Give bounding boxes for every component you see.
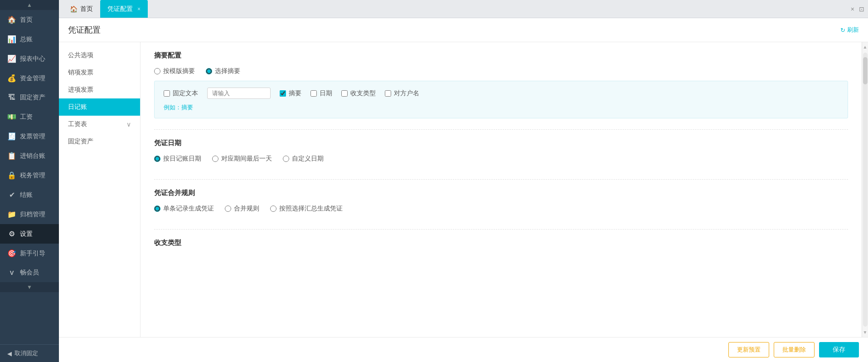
sidebar-item-member[interactable]: V 畅会员 <box>0 263 59 282</box>
merge-rules-radio[interactable]: 合并规则 <box>225 205 259 213</box>
date-checkbox[interactable]: 日期 <box>310 89 332 98</box>
voucher-date-title: 凭证日期 <box>154 139 848 147</box>
page-scrollbar[interactable]: ▲ ▼ <box>862 42 868 337</box>
member-icon: V <box>7 269 16 276</box>
closing-icon: ✔ <box>7 191 16 199</box>
counterpart-name-checkbox[interactable]: 对方户名 <box>385 89 419 98</box>
right-content: 摘要配置 按模版摘要 选择摘要 固定文本 <box>141 42 862 337</box>
custom-date-radio[interactable]: 自定义日期 <box>283 155 324 163</box>
by-selection-radio[interactable]: 按照选择汇总生成凭证 <box>270 205 343 213</box>
update-preset-button[interactable]: 更新预置 <box>728 342 769 357</box>
single-record-radio[interactable]: 单条记录生成凭证 <box>154 205 214 213</box>
income-type-checkbox[interactable]: 收支类型 <box>341 89 376 98</box>
main-area: 🏠 首页 凭证配置 × × ⊡ 凭证配置 ↻ 刷新 公共选项 销项发票 <box>59 0 868 362</box>
page-header: 凭证配置 ↻ 刷新 <box>59 18 868 42</box>
window-restore-icon[interactable]: ⊡ <box>859 5 864 13</box>
voucher-date-section: 凭证日期 按日记账日期 对应期间最后一天 自定义日期 <box>154 139 848 180</box>
guide-icon: 🎯 <box>7 249 16 258</box>
save-button[interactable]: 保存 <box>819 342 859 357</box>
refresh-icon: ↻ <box>840 27 845 34</box>
funds-icon: 💰 <box>7 74 16 83</box>
scroll-down-btn[interactable]: ▼ <box>862 328 868 336</box>
tab-close-icon[interactable]: × <box>137 6 141 12</box>
tab-home[interactable]: 🏠 首页 <box>63 0 100 18</box>
voucher-date-radio-group: 按日记账日期 对应期间最后一天 自定义日期 <box>154 155 848 163</box>
sidebar-item-settings[interactable]: ⚙ 设置 <box>0 224 59 244</box>
left-nav-sales-invoice[interactable]: 销项发票 <box>59 64 140 81</box>
summary-section-title: 摘要配置 <box>154 51 848 60</box>
sales-ledger-icon: 📋 <box>7 152 16 160</box>
home-tab-icon: 🏠 <box>70 5 78 13</box>
content-area: 公共选项 销项发票 进项发票 日记账 工资表 ∨ 固定资产 摘要配置 <box>59 42 868 337</box>
left-nav: 公共选项 销项发票 进项发票 日记账 工资表 ∨ 固定资产 <box>59 42 141 337</box>
summary-section: 摘要配置 按模版摘要 选择摘要 固定文本 <box>154 51 848 130</box>
sidebar-item-invoice-mgmt[interactable]: 🧾 发票管理 <box>0 127 59 146</box>
summary-options-panel: 固定文本 摘要 日期 收支类型 <box>154 81 848 118</box>
sidebar-item-home[interactable]: 🏠 首页 <box>0 10 59 29</box>
template-summary-radio[interactable]: 按模版摘要 <box>154 67 195 75</box>
fixed-text-input[interactable] <box>207 88 271 99</box>
scroll-up-btn[interactable]: ▲ <box>862 43 868 51</box>
sidebar-item-funds[interactable]: 💰 资金管理 <box>0 68 59 88</box>
window-controls: × ⊡ <box>851 5 864 13</box>
sidebar-item-assets[interactable]: 🏗 固定资产 <box>0 88 59 107</box>
sidebar-item-archive[interactable]: 📁 归档管理 <box>0 205 59 224</box>
left-nav-payroll-table[interactable]: 工资表 ∨ <box>59 116 140 133</box>
window-close-icon[interactable]: × <box>851 5 854 13</box>
left-nav-fixed-assets[interactable]: 固定资产 <box>59 133 140 150</box>
reports-icon: 📈 <box>7 54 16 63</box>
archive-icon: 📁 <box>7 210 16 219</box>
sidebar-item-guide[interactable]: 🎯 新手引导 <box>0 244 59 263</box>
merge-rules-radio-group: 单条记录生成凭证 合并规则 按照选择汇总生成凭证 <box>154 205 848 213</box>
sidebar-item-payroll[interactable]: 💵 工资 <box>0 107 59 127</box>
merge-rules-section: 凭证合并规则 单条记录生成凭证 合并规则 按照选择汇总生成凭证 <box>154 189 848 230</box>
income-type-section: 收支类型 <box>154 239 848 265</box>
payroll-icon: 💵 <box>7 113 16 121</box>
left-nav-purchase-invoice[interactable]: 进项发票 <box>59 81 140 98</box>
batch-delete-button[interactable]: 批量删除 <box>774 342 815 357</box>
bottom-bar: 更新预置 批量删除 保存 <box>59 337 868 362</box>
last-day-of-period-radio[interactable]: 对应期间最后一天 <box>212 155 272 163</box>
left-nav-public[interactable]: 公共选项 <box>59 47 140 64</box>
by-journal-date-radio[interactable]: 按日记账日期 <box>154 155 201 163</box>
fixed-text-checkbox[interactable]: 固定文本 <box>164 89 198 98</box>
page-title: 凭证配置 <box>68 24 101 35</box>
tab-voucher-config[interactable]: 凭证配置 × <box>100 0 148 18</box>
summary-example-text: 例如：摘要 <box>164 103 839 112</box>
summary-radio-group: 按模版摘要 选择摘要 <box>154 67 848 75</box>
refresh-button[interactable]: ↻ 刷新 <box>840 26 859 34</box>
sidebar-item-reports[interactable]: 📈 报表中心 <box>0 49 59 68</box>
select-summary-radio[interactable]: 选择摘要 <box>206 67 240 75</box>
scroll-track <box>863 53 868 327</box>
settings-icon: ⚙ <box>7 230 16 238</box>
ledger-icon: 📊 <box>7 35 16 44</box>
tax-icon: 🔒 <box>7 171 16 180</box>
assets-icon: 🏗 <box>7 93 16 102</box>
summary-checkbox-row: 固定文本 摘要 日期 收支类型 <box>164 88 839 99</box>
income-type-title: 收支类型 <box>154 239 848 247</box>
merge-rules-title: 凭证合并规则 <box>154 189 848 197</box>
pin-icon: ◀ <box>7 350 12 357</box>
scroll-thumb[interactable] <box>863 57 868 84</box>
sidebar-item-tax[interactable]: 🔒 税务管理 <box>0 166 59 185</box>
home-icon: 🏠 <box>7 15 16 24</box>
left-nav-journal[interactable]: 日记账 <box>59 98 140 116</box>
invoice-mgmt-icon: 🧾 <box>7 132 16 141</box>
sidebar-item-closing[interactable]: ✔ 结账 <box>0 185 59 205</box>
sidebar-scroll-up[interactable]: ▲ <box>0 0 59 10</box>
chevron-down-icon: ∨ <box>126 121 131 128</box>
sidebar: ▲ 🏠 首页 📊 总账 📈 报表中心 💰 资金管理 🏗 固定资产 💵 工资 🧾 … <box>0 0 59 362</box>
summary-checkbox[interactable]: 摘要 <box>280 89 301 98</box>
cancel-fixed-button[interactable]: ◀ 取消固定 <box>0 344 59 362</box>
sidebar-item-sales-ledger[interactable]: 📋 进销台账 <box>0 146 59 166</box>
sidebar-scroll-down[interactable]: ▼ <box>0 282 59 292</box>
sidebar-item-ledger[interactable]: 📊 总账 <box>0 29 59 49</box>
tab-bar: 🏠 首页 凭证配置 × × ⊡ <box>59 0 868 18</box>
